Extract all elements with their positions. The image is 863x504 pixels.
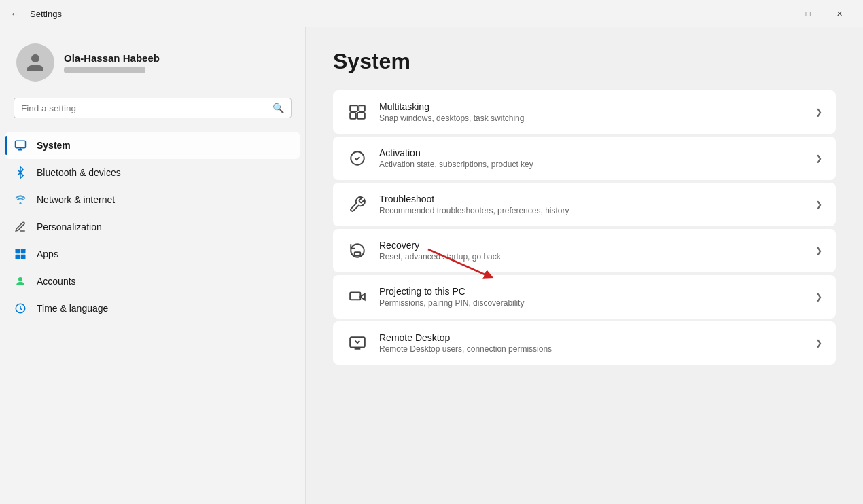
svg-rect-9 <box>359 105 365 111</box>
bluetooth-icon <box>14 166 27 179</box>
recovery-icon <box>347 240 368 262</box>
activation-text: Activation Activation state, subscriptio… <box>379 147 805 169</box>
projecting-text: Projecting to this PC Permissions, pairi… <box>379 286 805 308</box>
sidebar-system-label: System <box>37 140 71 151</box>
sidebar-personalization-label: Personalization <box>37 221 102 232</box>
sidebar-network-label: Network & internet <box>37 194 115 205</box>
sidebar-item-time[interactable]: Time & language <box>5 295 300 322</box>
time-icon <box>14 302 27 315</box>
sidebar-time-label: Time & language <box>37 303 108 314</box>
projecting-sub: Permissions, pairing PIN, discoverabilit… <box>379 298 805 308</box>
apps-icon <box>14 247 27 261</box>
svg-rect-2 <box>16 249 20 254</box>
multitasking-sub: Snap windows, desktops, task switching <box>379 113 805 123</box>
recovery-chevron: ❯ <box>815 246 822 255</box>
search-box: 🔍 <box>14 98 292 118</box>
user-subtitle <box>64 67 145 73</box>
card-multitasking[interactable]: Multitasking Snap windows, desktops, tas… <box>333 90 836 134</box>
scrollbar-track[interactable] <box>858 27 862 504</box>
sidebar-item-apps[interactable]: Apps <box>5 240 300 268</box>
search-input[interactable] <box>21 103 267 113</box>
troubleshoot-icon <box>347 194 368 215</box>
activation-icon <box>347 147 368 169</box>
card-remote-desktop[interactable]: Remote Desktop Remote Desktop users, con… <box>333 321 836 365</box>
troubleshoot-title: Troubleshoot <box>379 194 805 204</box>
search-icon: 🔍 <box>272 103 284 113</box>
recovery-sub: Reset, advanced startup, go back <box>379 252 805 262</box>
activation-title: Activation <box>379 147 805 158</box>
svg-rect-4 <box>16 255 20 259</box>
sidebar-bluetooth-label: Bluetooth & devices <box>37 167 121 178</box>
remote-desktop-title: Remote Desktop <box>379 332 805 343</box>
user-info: Ola-Hassan Habeeb <box>64 52 160 73</box>
troubleshoot-chevron: ❯ <box>815 200 822 209</box>
svg-rect-3 <box>21 249 26 254</box>
nav-list: System Bluetooth & devices <box>0 129 305 325</box>
projecting-chevron: ❯ <box>815 292 822 302</box>
user-name: Ola-Hassan Habeeb <box>64 52 160 64</box>
back-button[interactable]: ← <box>5 4 24 23</box>
activation-sub: Activation state, subscriptions, product… <box>379 160 805 169</box>
svg-rect-11 <box>357 113 365 119</box>
main-content: System Multitasking Snap windows, deskto… <box>306 27 863 504</box>
remote-desktop-text: Remote Desktop Remote Desktop users, con… <box>379 332 805 354</box>
page-title: System <box>333 49 836 74</box>
sidebar-item-personalization[interactable]: Personalization <box>5 213 300 240</box>
close-button[interactable]: ✕ <box>824 3 855 24</box>
title-bar: ← Settings ─ □ ✕ <box>0 0 863 27</box>
sidebar-accounts-label: Accounts <box>37 276 76 287</box>
multitasking-title: Multitasking <box>379 101 805 112</box>
troubleshoot-text: Troubleshoot Recommended troubleshooters… <box>379 194 805 215</box>
multitasking-text: Multitasking Snap windows, desktops, tas… <box>379 101 805 123</box>
title-bar-left: ← Settings <box>5 4 62 23</box>
user-section: Ola-Hassan Habeeb <box>0 27 305 95</box>
remote-desktop-icon <box>347 332 368 354</box>
card-recovery[interactable]: Recovery Reset, advanced startup, go bac… <box>333 229 836 272</box>
card-projecting[interactable]: Projecting to this PC Permissions, pairi… <box>333 275 836 319</box>
card-troubleshoot[interactable]: Troubleshoot Recommended troubleshooters… <box>333 183 836 226</box>
svg-rect-8 <box>350 105 357 111</box>
projecting-icon <box>347 286 368 308</box>
svg-rect-16 <box>350 293 360 300</box>
svg-rect-10 <box>350 113 356 119</box>
window-controls: ─ □ ✕ <box>761 3 855 24</box>
sidebar-item-system[interactable]: System <box>5 132 300 159</box>
system-icon <box>14 139 27 152</box>
app-body: Ola-Hassan Habeeb 🔍 System <box>0 27 863 504</box>
sidebar-item-network[interactable]: Network & internet <box>5 186 300 213</box>
svg-rect-13 <box>355 252 361 255</box>
maximize-button[interactable]: □ <box>792 3 824 24</box>
search-container: 🔍 <box>0 95 305 129</box>
remote-desktop-sub: Remote Desktop users, connection permiss… <box>379 344 805 354</box>
card-activation[interactable]: Activation Activation state, subscriptio… <box>333 137 836 180</box>
sidebar: Ola-Hassan Habeeb 🔍 System <box>0 27 306 504</box>
sidebar-item-accounts[interactable]: Accounts <box>5 268 300 295</box>
multitasking-icon <box>347 101 368 123</box>
svg-point-1 <box>20 202 22 204</box>
avatar <box>16 43 54 82</box>
troubleshoot-sub: Recommended troubleshooters, preferences… <box>379 206 805 215</box>
app-title: Settings <box>30 9 62 19</box>
sidebar-apps-label: Apps <box>37 249 58 259</box>
minimize-button[interactable]: ─ <box>761 3 792 24</box>
svg-rect-0 <box>16 141 26 148</box>
remote-desktop-chevron: ❯ <box>815 338 822 348</box>
recovery-text: Recovery Reset, advanced startup, go bac… <box>379 240 805 262</box>
settings-list: Multitasking Snap windows, desktops, tas… <box>333 90 836 365</box>
personalization-icon <box>14 220 27 234</box>
activation-chevron: ❯ <box>815 154 822 163</box>
accounts-icon <box>14 274 27 288</box>
projecting-title: Projecting to this PC <box>379 286 805 297</box>
network-icon <box>14 193 27 206</box>
svg-point-6 <box>18 277 22 281</box>
multitasking-chevron: ❯ <box>815 107 822 117</box>
svg-rect-5 <box>21 255 26 259</box>
recovery-title: Recovery <box>379 240 805 251</box>
sidebar-item-bluetooth[interactable]: Bluetooth & devices <box>5 159 300 186</box>
